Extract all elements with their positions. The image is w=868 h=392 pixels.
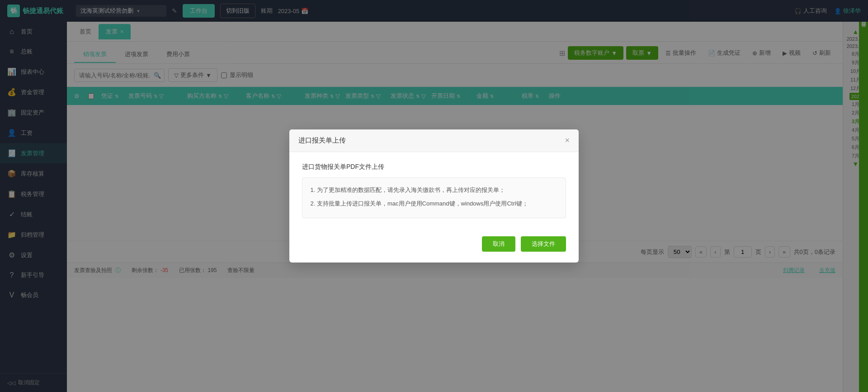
modal-body: 进口货物报关单PDF文件上传 为了更加精准的数据匹配，请先录入海关缴款书，再上传… [289, 152, 579, 229]
modal-info-item-2: 支持批量上传进口报关单，mac用户使用Command键，windows用户使用C… [317, 198, 558, 210]
modal-title: 进口报关单上传 [298, 136, 346, 145]
modal-section-title: 进口货物报关单PDF文件上传 [302, 163, 566, 171]
modal-info-box: 为了更加精准的数据匹配，请先录入海关缴款书，再上传对应的报关单； 支持批量上传进… [302, 177, 566, 218]
modal-header: 进口报关单上传 × [289, 129, 579, 152]
modal-close-button[interactable]: × [565, 136, 570, 145]
modal-overlay[interactable]: 进口报关单上传 × 进口货物报关单PDF文件上传 为了更加精准的数据匹配，请先录… [0, 0, 868, 392]
import-customs-modal: 进口报关单上传 × 进口货物报关单PDF文件上传 为了更加精准的数据匹配，请先录… [289, 129, 579, 263]
modal-info-item-1: 为了更加精准的数据匹配，请先录入海关缴款书，再上传对应的报关单； [317, 184, 558, 196]
modal-select-file-button[interactable]: 选择文件 [521, 236, 566, 252]
modal-cancel-button[interactable]: 取消 [482, 236, 515, 252]
modal-footer: 取消 选择文件 [289, 229, 579, 263]
